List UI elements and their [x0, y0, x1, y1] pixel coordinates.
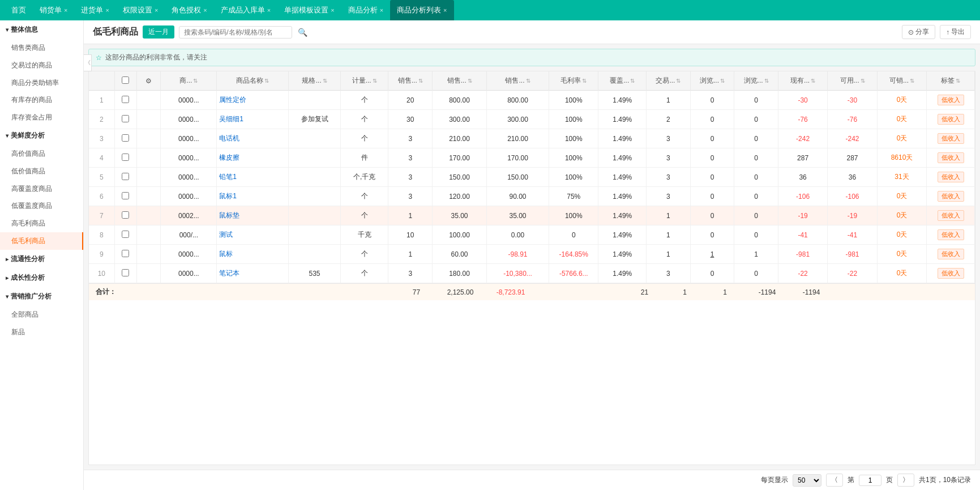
row-checkbox-cell[interactable]: [114, 168, 137, 187]
sidebar-item-low-coverage[interactable]: 低覆盖度商品: [0, 197, 83, 215]
sidebar-item-category-sales[interactable]: 商品分类助销率: [0, 74, 83, 92]
row-name[interactable]: 铅笔1: [217, 168, 289, 187]
sidebar-item-high-coverage[interactable]: 高覆盖度商品: [0, 180, 83, 198]
col-sales-qty[interactable]: 销售...⇅: [388, 71, 433, 91]
sidebar-group-growth[interactable]: ▸ 成长性分析: [0, 269, 83, 287]
row-checkbox-cell[interactable]: [114, 187, 137, 206]
close-icon[interactable]: ×: [64, 7, 67, 14]
col-current[interactable]: 现有...⇅: [778, 71, 827, 91]
sidebar-item-low-value[interactable]: 低价值商品: [0, 163, 83, 180]
col-name[interactable]: 商品名称⇅: [217, 71, 289, 91]
close-icon[interactable]: ×: [443, 7, 447, 14]
col-unit[interactable]: 计量...⇅: [340, 71, 388, 91]
row-unit: 千克: [340, 225, 388, 245]
next-page-button[interactable]: 〉: [897, 474, 914, 487]
sidebar-item-low-gross[interactable]: 低毛利商品: [0, 232, 83, 250]
row-checkbox[interactable]: [122, 211, 129, 219]
nav-product-analysis-list[interactable]: 商品分析列表×: [390, 0, 453, 20]
col-tag[interactable]: 标签⇅: [927, 71, 975, 91]
row-checkbox[interactable]: [122, 96, 129, 103]
sidebar-item-high-gross[interactable]: 高毛利商品: [0, 215, 83, 232]
col-browse1[interactable]: 浏览...⇅: [690, 71, 734, 91]
row-browse1[interactable]: 1: [690, 245, 734, 264]
nav-product-in[interactable]: 产成品入库单×: [214, 0, 277, 20]
row-actions: [137, 148, 161, 168]
select-all-checkbox[interactable]: [122, 76, 129, 84]
row-checkbox[interactable]: [122, 173, 129, 180]
col-coverage[interactable]: 覆盖...⇅: [598, 71, 647, 91]
nav-home[interactable]: 首页: [5, 0, 33, 20]
nav-product-analysis[interactable]: 商品分析×: [341, 0, 390, 20]
nav-purchase-order[interactable]: 进货单×: [74, 0, 115, 20]
col-trade[interactable]: 交易...⇅: [647, 71, 691, 91]
close-icon[interactable]: ×: [380, 7, 383, 14]
col-settings[interactable]: ⚙: [137, 71, 161, 91]
page-input[interactable]: [859, 475, 881, 486]
row-name[interactable]: 属性定价: [217, 91, 289, 110]
close-icon[interactable]: ×: [105, 7, 109, 14]
row-checkbox-cell[interactable]: [114, 225, 137, 245]
sidebar-item-high-value[interactable]: 高价值商品: [0, 145, 83, 163]
sidebar-item-all-products[interactable]: 全部商品: [0, 306, 83, 323]
row-checkbox-cell[interactable]: [114, 264, 137, 283]
sidebar-group-marketing[interactable]: ▾ 营销推广分析: [0, 287, 83, 306]
sidebar-group-freshness[interactable]: ▾ 美鲜度分析: [0, 126, 83, 145]
row-checkbox[interactable]: [122, 154, 129, 161]
row-name[interactable]: 电话机: [217, 129, 289, 148]
row-checkbox[interactable]: [122, 115, 129, 122]
row-name[interactable]: 测试: [217, 225, 289, 245]
col-sales-price[interactable]: 销售...⇅: [433, 71, 487, 91]
sidebar-group-circulation[interactable]: ▸ 流通性分析: [0, 250, 83, 269]
col-spec[interactable]: 规格...⇅: [289, 71, 341, 91]
row-sales-profit: 90.00: [486, 187, 549, 206]
row-checkbox-cell[interactable]: [114, 245, 137, 264]
row-checkbox[interactable]: [122, 231, 129, 238]
search-button[interactable]: 🔍: [298, 28, 307, 37]
close-icon[interactable]: ×: [331, 7, 334, 14]
row-name[interactable]: 鼠标: [217, 245, 289, 264]
col-browse2[interactable]: 浏览...⇅: [734, 71, 778, 91]
col-checkbox[interactable]: [114, 71, 137, 91]
export-button[interactable]: ↑ 导出: [940, 25, 971, 39]
sidebar-collapse-button[interactable]: 《: [84, 54, 92, 71]
row-name[interactable]: 鼠标1: [217, 187, 289, 206]
date-filter-button[interactable]: 近一月: [143, 25, 174, 39]
row-checkbox[interactable]: [122, 134, 129, 142]
col-gross-rate[interactable]: 毛利率⇅: [549, 71, 598, 91]
row-checkbox-cell[interactable]: [114, 129, 137, 148]
row-checkbox[interactable]: [122, 192, 129, 199]
col-sales-profit[interactable]: 销售...⇅: [486, 71, 549, 91]
row-name[interactable]: 鼠标垫: [217, 206, 289, 225]
row-name[interactable]: 笔记本: [217, 264, 289, 283]
row-checkbox[interactable]: [122, 250, 129, 257]
close-icon[interactable]: ×: [267, 7, 271, 14]
nav-template-settings[interactable]: 单据模板设置×: [277, 0, 341, 20]
row-checkbox-cell[interactable]: [114, 148, 137, 168]
col-available[interactable]: 可用...⇅: [828, 71, 877, 91]
row-name[interactable]: 吴细细1: [217, 110, 289, 129]
sidebar-item-stock-products[interactable]: 有库存的商品: [0, 91, 83, 109]
row-code: 0000...: [161, 264, 217, 283]
sidebar-item-new-products[interactable]: 新品: [0, 323, 83, 341]
row-checkbox-cell[interactable]: [114, 110, 137, 129]
sidebar-item-inventory-capital[interactable]: 库存资金占用: [0, 109, 83, 126]
search-input[interactable]: [179, 26, 292, 39]
prev-page-button[interactable]: 〈: [826, 474, 843, 487]
close-icon[interactable]: ×: [155, 7, 158, 14]
share-button[interactable]: ⊙ 分享: [902, 25, 935, 39]
sidebar-item-traded-products[interactable]: 交易过的商品: [0, 57, 83, 74]
close-icon[interactable]: ×: [203, 7, 207, 14]
row-checkbox[interactable]: [122, 269, 129, 276]
nav-role-auth[interactable]: 角色授权×: [165, 0, 213, 20]
row-checkbox-cell[interactable]: [114, 206, 137, 225]
row-name[interactable]: 橡皮擦: [217, 148, 289, 168]
row-checkbox-cell[interactable]: [114, 91, 137, 110]
per-page-select[interactable]: 50 20 100 200: [793, 474, 821, 487]
col-sellable[interactable]: 可销...⇅: [877, 71, 926, 91]
sidebar-group-overall[interactable]: ▾ 整体信息: [0, 20, 83, 39]
col-code[interactable]: 商...⇅: [161, 71, 217, 91]
nav-sales-order[interactable]: 销货单×: [33, 0, 74, 20]
row-sales-profit: 170.00: [486, 148, 549, 168]
sidebar-item-sales-products[interactable]: 销售类商品: [0, 39, 83, 57]
nav-permissions[interactable]: 权限设置×: [116, 0, 165, 20]
